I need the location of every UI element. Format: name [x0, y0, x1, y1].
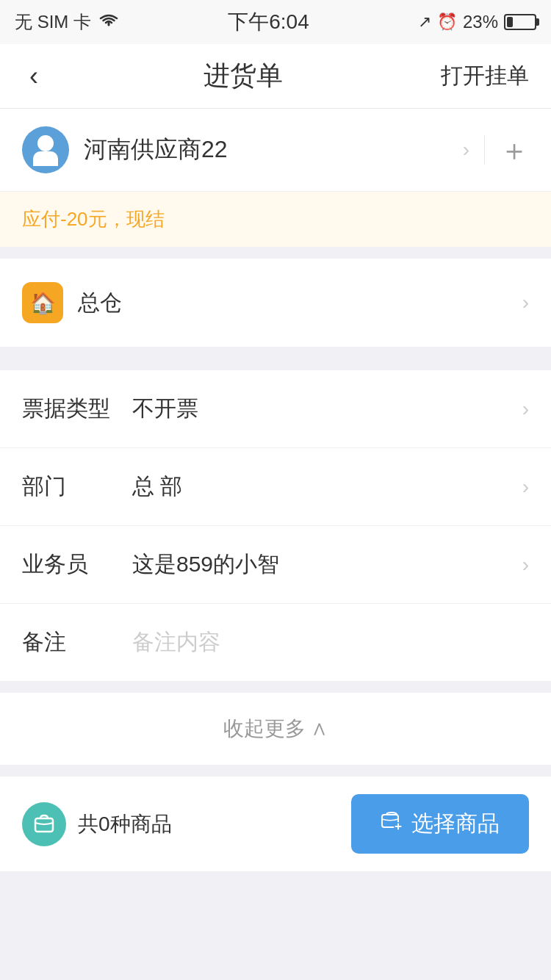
salesperson-chevron: ›	[522, 553, 529, 577]
supplier-chevron-icon: ›	[463, 138, 469, 162]
back-button[interactable]: ‹	[22, 54, 46, 99]
salesperson-row[interactable]: 业务员 这是859的小智 ›	[0, 526, 551, 604]
invoice-type-value: 不开票	[118, 394, 522, 424]
goods-count: 共0种商品	[22, 802, 172, 846]
form-section: 票据类型 不开票 › 部门 总 部 › 业务员 这是859的小智 › 备注 备注…	[0, 370, 551, 681]
notice-bar: 应付-20元，现结	[0, 192, 551, 247]
collapse-label: 收起更多 ∧	[223, 715, 328, 743]
open-pending-button[interactable]: 打开挂单	[441, 61, 529, 91]
remark-label: 备注	[22, 627, 118, 657]
status-right: ↗ ⏰ 23%	[418, 12, 536, 32]
select-goods-label: 选择商品	[411, 809, 500, 839]
salesperson-value: 这是859的小智	[118, 550, 522, 580]
invoice-type-label: 票据类型	[22, 394, 118, 424]
supplier-name: 河南供应商22	[84, 134, 463, 166]
battery-label: 23%	[463, 12, 498, 32]
supplier-actions: › ＋	[463, 130, 529, 170]
supplier-section: 河南供应商22 › ＋ 应付-20元，现结	[0, 109, 551, 247]
warehouse-chevron-icon: ›	[522, 291, 529, 314]
location-icon: ↗	[418, 12, 431, 32]
select-goods-icon	[381, 810, 403, 837]
add-supplier-button[interactable]: ＋	[500, 130, 529, 170]
status-bar: 无 SIM 卡 下午6:04 ↗ ⏰ 23%	[0, 0, 551, 44]
department-chevron: ›	[522, 475, 529, 499]
page-title: 进货单	[204, 58, 283, 94]
carrier-label: 无 SIM 卡	[15, 10, 91, 34]
select-goods-button[interactable]: 选择商品	[351, 794, 529, 854]
wifi-icon	[98, 12, 119, 32]
supplier-row[interactable]: 河南供应商22 › ＋	[0, 109, 551, 192]
department-label: 部门	[22, 472, 118, 502]
nav-bar: ‹ 进货单 打开挂单	[0, 44, 551, 109]
section-gap-2	[0, 359, 551, 370]
goods-icon	[22, 802, 66, 846]
status-left: 无 SIM 卡	[15, 10, 119, 34]
bottom-bar: 共0种商品 选择商品	[0, 777, 551, 871]
remark-input[interactable]: 备注内容	[118, 627, 529, 657]
content: 河南供应商22 › ＋ 应付-20元，现结 🏠 总仓 › 票据类型	[0, 109, 551, 871]
warehouse-row[interactable]: 🏠 总仓 ›	[0, 259, 551, 347]
invoice-type-chevron: ›	[522, 397, 529, 421]
warehouse-section: 🏠 总仓 ›	[0, 259, 551, 347]
divider	[484, 135, 485, 165]
avatar-person-icon	[28, 132, 63, 167]
house-icon: 🏠	[30, 291, 56, 315]
warehouse-name: 总仓	[78, 288, 522, 318]
status-time: 下午6:04	[228, 8, 309, 36]
salesperson-label: 业务员	[22, 550, 118, 580]
department-value: 总 部	[118, 472, 522, 502]
section-gap-1	[0, 247, 551, 259]
warehouse-icon: 🏠	[22, 282, 63, 323]
department-row[interactable]: 部门 总 部 ›	[0, 448, 551, 526]
collapse-row[interactable]: 收起更多 ∧	[0, 693, 551, 765]
goods-count-label: 共0种商品	[78, 810, 172, 838]
remark-row[interactable]: 备注 备注内容	[0, 604, 551, 681]
supplier-avatar	[22, 126, 69, 173]
invoice-type-row[interactable]: 票据类型 不开票 ›	[0, 370, 551, 448]
alarm-icon: ⏰	[437, 12, 457, 32]
battery-icon	[504, 14, 536, 30]
notice-text: 应付-20元，现结	[22, 208, 165, 230]
